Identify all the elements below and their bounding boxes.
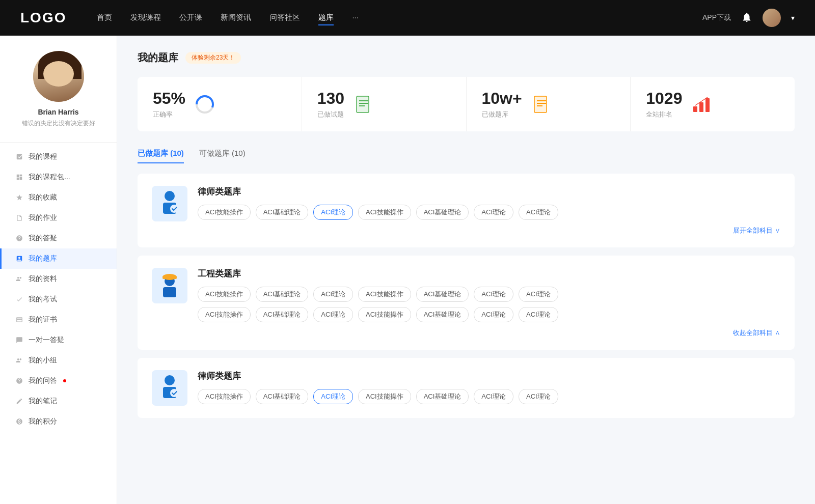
sidebar-item-myfavorites[interactable]: 我的收藏 [0,187,117,208]
qbank-tag-2-5[interactable]: ACI理论 [474,389,513,404]
sidebar-item-mypackage[interactable]: 我的课程包... [0,167,117,187]
qbank-tag-1-0[interactable]: ACI技能操作 [198,287,251,302]
stat-done-questions-label: 已做试题 [317,110,344,119]
sidebar-item-myqa[interactable]: 我的答疑 [0,228,117,248]
qbank-tag-1-4[interactable]: ACI基础理论 [416,287,469,302]
sidebar-item-mynote[interactable]: 我的笔记 [0,391,117,411]
qbank-tag-1-ex-3[interactable]: ACI技能操作 [358,307,411,322]
sidebar-label-mynote: 我的笔记 [29,397,57,406]
qbank-expand-0[interactable]: 展开全部科目 ∨ [198,226,780,235]
page-title-row: 我的题库 体验剩余23天！ [138,51,795,65]
svg-rect-19 [163,287,176,297]
qbank-tag-1-ex-0[interactable]: ACI技能操作 [198,307,251,322]
qa-icon [15,377,23,385]
bar-chart-red-icon [692,96,711,113]
nav-home[interactable]: 首页 [97,11,112,25]
qbank-tag-0-4[interactable]: ACI基础理论 [416,205,469,220]
sidebar-item-myqanda[interactable]: 我的问答 [0,371,117,391]
stat-done-icon [352,93,375,116]
user-avatar[interactable] [763,9,781,27]
nav-more[interactable]: ··· [352,11,359,25]
user-dropdown-arrow[interactable]: ▾ [791,14,795,22]
homework-icon [15,214,23,222]
material-icon [15,275,23,283]
qbank-title-0: 律师类题库 [198,186,780,198]
sidebar-label-mycourse: 我的课程 [29,152,57,161]
qbank-tag-1-ex-6[interactable]: ACI理论 [519,307,558,322]
qbank-tag-1-5[interactable]: ACI理论 [474,287,513,302]
qbank-tag-1-ex-2[interactable]: ACI理论 [313,307,353,322]
qbank-tag-0-2[interactable]: ACI理论 [313,205,353,220]
qbank-card-1: 工程类题库 ACI技能操作 ACI基础理论 ACI理论 ACI技能操作 ACI基… [138,256,795,350]
tab-done-banks[interactable]: 已做题库 (10) [138,144,184,163]
sidebar-label-mypackage: 我的课程包... [29,173,70,182]
svg-point-15 [165,191,175,201]
star-icon [15,193,23,202]
sidebar-item-mygroup[interactable]: 我的小组 [0,350,117,371]
qbank-tag-1-ex-5[interactable]: ACI理论 [474,307,513,322]
note-icon [15,397,23,405]
qbank-tag-1-6[interactable]: ACI理论 [519,287,558,302]
qbank-tag-0-1[interactable]: ACI基础理论 [256,205,309,220]
svg-rect-21 [162,277,177,279]
qbank-icon [15,255,23,263]
stat-rank-value: 1029 [646,89,682,108]
nav-discover[interactable]: 发现课程 [130,11,161,25]
nav-qbank[interactable]: 题库 [318,11,334,25]
qbank-tag-2-6[interactable]: ACI理论 [519,389,558,404]
qbank-tags-0: ACI技能操作 ACI基础理论 ACI理论 ACI技能操作 ACI基础理论 AC… [198,205,780,220]
avatar-image [33,51,84,102]
tabs-row: 已做题库 (10) 可做题库 (10) [138,144,795,163]
doc-green-icon [355,95,373,114]
nav-opencourse[interactable]: 公开课 [179,11,202,25]
qbank-body-1: 工程类题库 ACI技能操作 ACI基础理论 ACI理论 ACI技能操作 ACI基… [198,268,780,338]
sidebar-item-myqbank[interactable]: 我的题库 [0,248,117,269]
qbank-tag-1-ex-1[interactable]: ACI基础理论 [256,307,309,322]
logo[interactable]: LOGO [20,10,66,26]
qbank-tag-1-3[interactable]: ACI技能操作 [358,287,411,302]
sidebar-item-mycourse[interactable]: 我的课程 [0,147,117,167]
qbank-tag-0-3[interactable]: ACI技能操作 [358,205,411,220]
sidebar-label-mycertificate: 我的证书 [29,315,57,324]
topnav-right: APP下载 ▾ [702,9,795,27]
stat-accuracy-label: 正确率 [153,110,185,119]
tab-available-banks[interactable]: 可做题库 (10) [199,144,246,163]
sidebar-label-myqbank: 我的题库 [29,254,57,263]
qbank-tag-1-ex-4[interactable]: ACI基础理论 [416,307,469,322]
qbank-tag-2-4[interactable]: ACI基础理论 [416,389,469,404]
sidebar-item-myhomework[interactable]: 我的作业 [0,208,117,228]
main-content: 我的题库 体验剩余23天！ 55% 正确率 [117,36,815,504]
svg-point-24 [170,389,178,397]
stat-done-banks-label: 已做题库 [482,110,522,119]
qbank-tag-1-1[interactable]: ACI基础理论 [256,287,309,302]
sidebar-item-mymaterial[interactable]: 我的资料 [0,269,117,289]
oneone-icon [15,336,23,344]
qbank-header-2: 律师类题库 ACI技能操作 ACI基础理论 ACI理论 ACI技能操作 ACI基… [152,370,780,406]
qbank-tag-0-6[interactable]: ACI理论 [519,205,558,220]
sidebar-item-myexam[interactable]: 我的考试 [0,289,117,310]
qbank-expand-1[interactable]: 收起全部科目 ∧ [198,328,780,338]
qbank-tag-2-0[interactable]: ACI技能操作 [198,389,251,404]
qbank-tag-0-0[interactable]: ACI技能操作 [198,205,251,220]
app-download-link[interactable]: APP下载 [702,13,731,22]
qbank-tag-2-3[interactable]: ACI技能操作 [358,389,411,404]
sidebar-item-oneone[interactable]: 一对一答疑 [0,330,117,350]
stats-row: 55% 正确率 130 已做试题 [138,77,795,131]
sidebar-item-mypoints[interactable]: 我的积分 [0,411,117,432]
sidebar-label-myexam: 我的考试 [29,295,57,304]
page-layout: Brian Harris 错误的决定比没有决定要好 我的课程 我的课程包... [0,36,815,504]
exam-icon [15,295,23,303]
qbank-tag-2-1[interactable]: ACI基础理论 [256,389,309,404]
qbank-tag-0-5[interactable]: ACI理论 [474,205,513,220]
nav-qa[interactable]: 问答社区 [269,11,300,25]
qbank-tag-1-2[interactable]: ACI理论 [313,287,353,302]
lawyer-figure-icon-2 [157,374,182,402]
qbank-tags-extra-1: ACI技能操作 ACI基础理论 ACI理论 ACI技能操作 ACI基础理论 AC… [198,307,780,322]
notification-bell-icon[interactable] [741,12,752,24]
sidebar-profile: Brian Harris 错误的决定比没有决定要好 [0,51,117,138]
stat-rank-label: 全站排名 [646,110,682,119]
qbank-tag-2-2[interactable]: ACI理论 [313,389,353,404]
nav-news[interactable]: 新闻资讯 [221,11,251,25]
sidebar-item-mycertificate[interactable]: 我的证书 [0,310,117,330]
qanda-badge [63,379,66,382]
